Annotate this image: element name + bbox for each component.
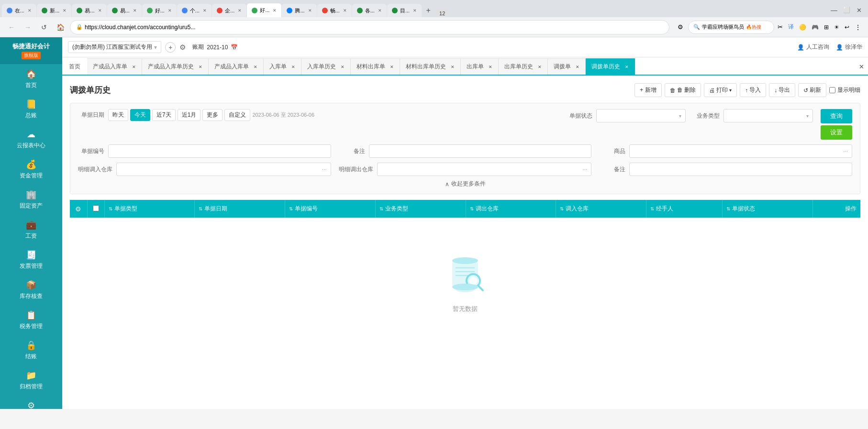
- tab-close[interactable]: ✕: [133, 8, 137, 13]
- nav-tab-transfer[interactable]: 调拨单 ✕: [548, 58, 586, 75]
- collapse-filter-btn[interactable]: ∧ 收起更多条件: [445, 180, 486, 188]
- translate-icon[interactable]: 译: [786, 22, 796, 32]
- remark2-input[interactable]: [629, 163, 852, 176]
- tab-2[interactable]: 新... ✕: [37, 4, 71, 17]
- tab-6[interactable]: 个... ✕: [177, 4, 211, 17]
- window-maximize[interactable]: ⬜: [841, 5, 852, 15]
- search-bar[interactable]: 🔍 学霸应聘场驱鸟员 🔥热搜: [688, 21, 774, 34]
- sidebar-item-inventory[interactable]: 📦 库存核查: [0, 275, 62, 305]
- tab-close[interactable]: ✕: [168, 8, 172, 13]
- nav-tab-out-history[interactable]: 出库单历史 ✕: [499, 58, 548, 75]
- cut-icon[interactable]: ✂: [776, 22, 785, 32]
- delete-btn[interactable]: 🗑 🗑 删除: [665, 83, 701, 97]
- date-btn-today[interactable]: 今天: [130, 109, 150, 121]
- th-order-date[interactable]: ⇅ 单据日期: [195, 200, 285, 218]
- tab-close[interactable]: ✕: [378, 8, 382, 13]
- sidebar-item-wages[interactable]: 💼 工资: [0, 215, 62, 245]
- tab-close[interactable]: ✕: [238, 8, 242, 13]
- sidebar-item-ledger[interactable]: 📒 总账: [0, 94, 62, 124]
- th-order-no[interactable]: ⇅ 单据编号: [285, 200, 376, 218]
- out-warehouse-selector[interactable]: ···: [377, 163, 592, 176]
- window-minimize[interactable]: —: [829, 5, 839, 15]
- nav-tab-close-icon[interactable]: ✕: [390, 65, 394, 69]
- nav-tab-close-icon[interactable]: ✕: [341, 65, 345, 69]
- service-btn[interactable]: 👤 人工咨询: [797, 43, 829, 51]
- extensions-icon[interactable]: ⚙: [674, 21, 687, 33]
- query-btn[interactable]: 查询: [821, 109, 852, 123]
- menu-icon[interactable]: ⋮: [853, 22, 863, 32]
- nav-tab-close-icon[interactable]: ✕: [451, 65, 455, 69]
- sidebar-item-home[interactable]: 🏠 首页: [0, 64, 62, 94]
- tab-3[interactable]: 易... ✕: [72, 4, 106, 17]
- tab-7[interactable]: 企... ✕: [212, 4, 246, 17]
- th-status[interactable]: ⇅ 单据状态: [723, 200, 813, 218]
- nav-tab-home[interactable]: 首页: [62, 58, 87, 75]
- tab-4[interactable]: 易... ✕: [107, 4, 142, 17]
- nav-tab-product-in2[interactable]: 产成品入库单 ✕: [209, 58, 264, 75]
- reload-btn[interactable]: ↺: [37, 21, 51, 34]
- sidebar-item-capital[interactable]: 💰 资金管理: [0, 154, 62, 185]
- sidebar-item-tax[interactable]: 📋 税务管理: [0, 305, 62, 335]
- nav-tab-close-icon[interactable]: ✕: [489, 65, 492, 69]
- nav-tab-transfer-history[interactable]: 调拨单历史 ✕: [586, 58, 635, 75]
- business-type-select[interactable]: ▾: [723, 109, 813, 122]
- th-in-warehouse[interactable]: ⇅ 调入仓库: [556, 200, 646, 218]
- nav-tab-close-icon[interactable]: ✕: [576, 65, 579, 69]
- nav-tab-close-icon[interactable]: ✕: [254, 65, 257, 69]
- add-company-btn[interactable]: +: [165, 42, 176, 53]
- in-warehouse-selector[interactable]: ···: [116, 163, 331, 176]
- nav-tab-out-order[interactable]: 出库单 ✕: [461, 58, 499, 75]
- undo-icon[interactable]: ↩: [843, 23, 851, 32]
- new-btn[interactable]: + 新增: [634, 83, 661, 97]
- nav-tab-close-icon[interactable]: ✕: [538, 65, 542, 69]
- tab-close[interactable]: ✕: [98, 8, 102, 13]
- forward-btn[interactable]: →: [21, 21, 34, 34]
- tab-8-active[interactable]: 好... ✕: [247, 3, 281, 17]
- tab-11[interactable]: 各... ✕: [352, 4, 387, 17]
- nav-tab-material-out[interactable]: 材料出库单 ✕: [351, 58, 400, 75]
- select-all-checkbox[interactable]: [93, 205, 99, 211]
- tab-close[interactable]: ✕: [63, 8, 67, 13]
- ext3-icon[interactable]: ⊞: [822, 23, 831, 32]
- user-btn[interactable]: 👤 徐泽华: [836, 43, 862, 51]
- tab-close[interactable]: ✕: [203, 8, 207, 13]
- sidebar-item-invoices[interactable]: 🧾 发票管理: [0, 245, 62, 275]
- address-bar[interactable]: 🔒 https://cloud.chanjet.com/accounting/u…: [70, 20, 669, 34]
- sidebar-item-assets[interactable]: 🏢 固定资产: [0, 185, 62, 215]
- th-order-type[interactable]: ⇅ 单据类型: [104, 200, 195, 218]
- tab-close[interactable]: ✕: [308, 8, 312, 13]
- tab-close[interactable]: ✕: [413, 8, 417, 13]
- refresh-btn[interactable]: ↺ 刷新: [798, 83, 826, 97]
- sidebar-item-reports[interactable]: ☁ 云报表中心: [0, 124, 62, 154]
- print-btn[interactable]: 🖨 打印 ▾: [704, 83, 737, 97]
- tab-close[interactable]: ✕: [343, 8, 347, 13]
- date-btn-1month[interactable]: 近1月: [178, 109, 201, 121]
- nav-tab-material-out-history[interactable]: 材料出库单历史 ✕: [400, 58, 461, 75]
- show-cols-checkbox[interactable]: [829, 87, 835, 93]
- tab-10[interactable]: 畅... ✕: [317, 4, 352, 17]
- nav-tab-close-icon[interactable]: ✕: [291, 65, 295, 69]
- tab-9[interactable]: 腾... ✕: [282, 4, 316, 17]
- nav-tab-in-order[interactable]: 入库单 ✕: [264, 58, 301, 75]
- th-business-type[interactable]: ⇅ 业务类型: [375, 200, 466, 218]
- nav-tab-close-icon[interactable]: ✕: [199, 65, 202, 69]
- tab-12[interactable]: 目... ✕: [387, 4, 422, 17]
- date-btn-custom[interactable]: 自定义: [224, 109, 250, 121]
- goods-selector[interactable]: ···: [629, 144, 852, 158]
- date-btn-more[interactable]: 更多: [202, 109, 223, 121]
- date-btn-yesterday[interactable]: 昨天: [108, 109, 128, 121]
- sidebar-item-archive[interactable]: 📁 归档管理: [0, 365, 62, 396]
- tab-close-icon[interactable]: ✕: [273, 8, 277, 13]
- th-out-warehouse[interactable]: ⇅ 调出仓库: [466, 200, 556, 218]
- nav-tab-close-icon[interactable]: ✕: [132, 65, 136, 69]
- window-close[interactable]: ✕: [854, 5, 864, 15]
- nav-tab-close-icon[interactable]: ✕: [625, 65, 629, 69]
- sidebar-item-close[interactable]: 🔒 结账: [0, 335, 62, 365]
- status-select[interactable]: ▾: [596, 109, 686, 122]
- order-no-input[interactable]: [108, 144, 331, 158]
- ext1-icon[interactable]: 🟡: [797, 23, 808, 32]
- tab-close[interactable]: ✕: [28, 8, 32, 13]
- remark-input[interactable]: [369, 144, 592, 158]
- tab-1[interactable]: 在... ✕: [2, 4, 36, 17]
- nav-tab-close-page-btn[interactable]: ✕: [855, 58, 868, 75]
